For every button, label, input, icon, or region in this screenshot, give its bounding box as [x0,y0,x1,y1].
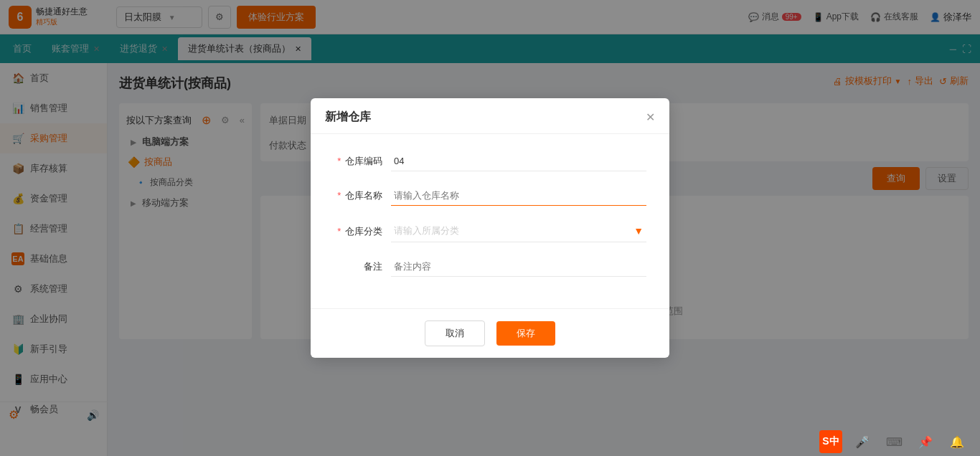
keyboard-icon[interactable]: ⌨ [882,430,905,453]
new-warehouse-modal: 新增仓库 ✕ * 仓库编码 * 仓库名称 * 仓库分 [311,98,669,358]
notification-icon[interactable]: 🔔 [946,430,969,453]
s-logo[interactable]: S中 [819,430,842,453]
modal-body: * 仓库编码 * 仓库名称 * 仓库分类 请输入所属分类 ▼ [311,134,669,308]
modal-close-icon[interactable]: ✕ [646,112,655,123]
form-row-name: * 仓库名称 [334,186,646,206]
note-label: 备注 [334,260,391,273]
category-placeholder: 请输入所属分类 [394,224,459,237]
category-dropdown-icon: ▼ [633,225,644,237]
form-row-category: * 仓库分类 请输入所属分类 ▼ [334,220,646,242]
cancel-button[interactable]: 取消 [425,320,485,346]
form-row-code: * 仓库编码 [334,151,646,171]
name-label: * 仓库名称 [334,189,391,202]
note-input[interactable] [391,257,646,277]
code-label: * 仓库编码 [334,155,391,168]
form-row-note: 备注 [334,257,646,277]
modal-footer: 取消 保存 [311,308,669,358]
modal-header: 新增仓库 ✕ [311,98,669,134]
modal-overlay[interactable]: 新增仓库 ✕ * 仓库编码 * 仓库名称 * 仓库分 [0,0,980,456]
pin-icon[interactable]: 📌 [914,430,937,453]
category-select[interactable]: 请输入所属分类 ▼ [391,220,646,242]
modal-title: 新增仓库 [325,110,371,125]
save-button[interactable]: 保存 [496,321,555,346]
microphone-icon[interactable]: 🎤 [851,430,874,453]
code-input[interactable] [391,151,646,171]
bottom-bar: S中 🎤 ⌨ 📌 🔔 [808,427,980,456]
name-input[interactable] [391,186,646,206]
category-label: * 仓库分类 [334,225,391,238]
